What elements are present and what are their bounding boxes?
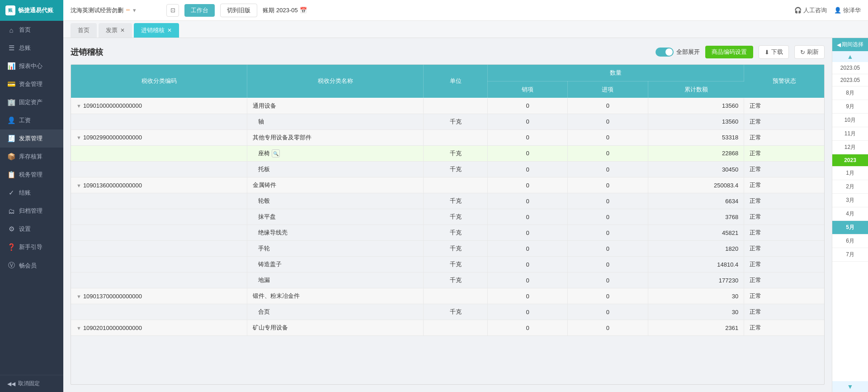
sidebar-item-fixed-assets[interactable]: 🏢 固定资产 — [0, 93, 63, 111]
sidebar-item-invoice[interactable]: 🧾 发票管理 — [0, 129, 63, 148]
sidebar-item-settings[interactable]: ⚙ 设置 — [0, 220, 63, 238]
main-content: 进销稽核 全部展开 商品编码设置 ⬇ 下载 ↻ 刷新 — [63, 38, 832, 392]
period-item[interactable]: 2023 — [832, 154, 868, 167]
cell-sales: 0 — [488, 257, 568, 272]
period-item[interactable]: 2月 — [832, 180, 868, 194]
cell-code — [71, 209, 247, 225]
archive-btn[interactable]: ⊡ — [166, 4, 179, 17]
cell-sales: 0 — [488, 193, 568, 209]
tab-invoice-close[interactable]: ✕ — [120, 27, 125, 33]
period-item[interactable]: 9月 — [832, 100, 868, 114]
period-selector[interactable]: 账期 2023-05 📅 — [263, 6, 307, 14]
reconcile-table: 税收分类编码 税收分类名称 单位 数量 预警状态 销项 进项 累计数额 — [71, 65, 824, 336]
table-row: 合页 千克 0 0 30 正常 — [71, 304, 824, 320]
tab-home[interactable]: 首页 — [71, 23, 97, 38]
period-item[interactable]: 8月 — [832, 86, 868, 100]
tab-reconcile-close[interactable]: ✕ — [167, 27, 172, 33]
sidebar-item-label: 新手引导 — [19, 243, 42, 251]
expand-icon[interactable]: ▼ — [76, 325, 81, 331]
period-item[interactable]: 2023.05 — [832, 62, 868, 74]
period-item[interactable]: 2023.05 — [832, 74, 868, 86]
cell-code: ▼109013700000000000 — [71, 288, 247, 304]
expand-icon[interactable]: ▼ — [76, 294, 81, 299]
table-row: 轮毂 千克 0 0 6634 正常 — [71, 193, 824, 209]
sidebar-item-funds[interactable]: 💳 资金管理 — [0, 75, 63, 93]
period-item[interactable]: 5月 — [832, 221, 868, 234]
period-item[interactable]: 6月 — [832, 234, 868, 248]
period-item[interactable]: 7月 — [832, 248, 868, 262]
workbench-button[interactable]: 工作台 — [184, 4, 215, 17]
sidebar-item-reports[interactable]: 📊 报表中心 — [0, 57, 63, 75]
cell-purchase: 0 — [568, 225, 648, 241]
cell-sales: 0 — [488, 114, 568, 129]
table-row: ▼109010000000000000 通用设备 0 0 13560 正常 — [71, 98, 824, 114]
funds-icon: 💳 — [7, 80, 15, 88]
expand-icon[interactable]: ▼ — [76, 183, 81, 188]
period-item[interactable]: 12月 — [832, 141, 868, 154]
page-actions: 全部展开 商品编码设置 ⬇ 下载 ↻ 刷新 — [656, 45, 825, 59]
cell-unit: 千克 — [424, 209, 488, 225]
cell-name: 轴 — [247, 114, 424, 129]
cell-unit: 千克 — [424, 272, 488, 288]
sidebar-unpin-btn[interactable]: ◀◀ 取消固定 — [0, 375, 63, 392]
inventory-icon: 📦 — [7, 153, 15, 161]
cell-code: ▼109013600000000000 — [71, 177, 247, 193]
sidebar-item-member[interactable]: Ⓥ 畅会员 — [0, 256, 63, 275]
company-selector[interactable]: 沈海英测试经营勿删 ✏ ▾ — [71, 6, 161, 14]
cell-unit: 千克 — [424, 241, 488, 257]
sidebar-item-settlement[interactable]: ✓ 结账 — [0, 184, 63, 202]
cell-warning: 正常 — [744, 98, 824, 114]
sidebar-item-ledger[interactable]: ☰ 总账 — [0, 39, 63, 57]
cell-total: 2361 — [648, 320, 744, 336]
cell-name: 手轮 — [247, 241, 424, 257]
logo-icon: 账 — [5, 5, 15, 15]
sidebar-item-archive[interactable]: 🗂 归档管理 — [0, 202, 63, 220]
period-selector-header[interactable]: ◀ 期间选择 — [832, 38, 868, 51]
toggle-label: 全部展开 — [676, 48, 700, 56]
tab-reconcile[interactable]: 进销稽核 ✕ — [134, 23, 179, 38]
cell-unit — [424, 98, 488, 114]
cell-unit — [424, 177, 488, 193]
guide-icon: ❓ — [7, 243, 15, 251]
sidebar-item-guide[interactable]: ❓ 新手引导 — [0, 238, 63, 256]
sidebar-item-salary[interactable]: 👤 工资 — [0, 111, 63, 129]
sidebar-item-inventory[interactable]: 📦 库存核算 — [0, 148, 63, 166]
product-code-btn[interactable]: 商品编码设置 — [705, 46, 753, 58]
cell-warning: 正常 — [744, 114, 824, 129]
period-nav-up[interactable]: ▲ — [832, 51, 868, 62]
period-item[interactable]: 3月 — [832, 194, 868, 207]
cell-name: 通用设备 — [247, 98, 424, 114]
expand-icon[interactable]: ▼ — [76, 103, 81, 109]
cell-code — [71, 241, 247, 257]
cell-total: 250083.4 — [648, 177, 744, 193]
period-item[interactable]: 4月 — [832, 207, 868, 221]
tab-invoice[interactable]: 发票 ✕ — [99, 23, 132, 38]
period-item[interactable]: 10月 — [832, 114, 868, 127]
expand-icon[interactable]: ▼ — [76, 135, 81, 140]
cell-code — [71, 225, 247, 241]
support-btn[interactable]: 🎧 人工咨询 — [794, 6, 827, 14]
period-label: 账期 — [263, 6, 274, 14]
search-small-icon[interactable]: 🔍 — [272, 149, 280, 158]
cell-name: 锻件、粉末冶金件 — [247, 288, 424, 304]
download-btn[interactable]: ⬇ 下载 — [759, 45, 789, 59]
cell-total: 30450 — [648, 162, 744, 177]
period-item[interactable]: 11月 — [832, 127, 868, 141]
table-row: 绝缘导线壳 千克 0 0 45821 正常 — [71, 225, 824, 241]
sidebar-item-tax[interactable]: 📋 税务管理 — [0, 166, 63, 184]
refresh-btn[interactable]: ↻ 刷新 — [794, 45, 825, 59]
cell-warning: 正常 — [744, 288, 824, 304]
sidebar-item-label: 首页 — [19, 26, 31, 34]
period-nav-down[interactable]: ▼ — [832, 381, 868, 392]
user-btn[interactable]: 👤 徐泽华 — [834, 6, 861, 14]
cell-sales: 0 — [488, 272, 568, 288]
expand-toggle[interactable] — [656, 48, 674, 57]
sidebar-item-label: 税务管理 — [19, 171, 42, 179]
archive-icon: 🗂 — [7, 207, 15, 215]
sidebar-item-home[interactable]: ⌂ 首页 — [0, 21, 63, 39]
cell-sales: 0 — [488, 129, 568, 145]
period-item[interactable]: 1月 — [832, 167, 868, 180]
switch-version-button[interactable]: 切到旧版 — [220, 4, 257, 17]
cell-unit — [424, 320, 488, 336]
cell-unit — [424, 288, 488, 304]
